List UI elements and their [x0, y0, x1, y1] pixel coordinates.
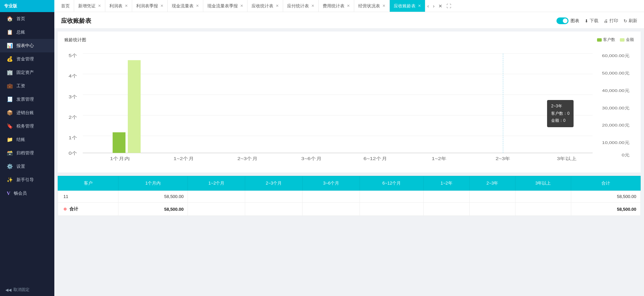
svg-text:40,000.00元: 40,000.00元 — [602, 88, 630, 93]
tab-close-new-voucher[interactable]: ✕ — [98, 4, 101, 8]
chart-toggle-wrap: 图表 — [556, 17, 579, 24]
footer-y12 — [424, 203, 470, 216]
svg-text:6~12个月: 6~12个月 — [364, 156, 387, 161]
col-m1: 1个月内 — [118, 176, 188, 191]
table-header-row: 客户 1个月内 1~2个月 2~3个月 3~6个月 6~12个月 1~2年 2~… — [58, 176, 641, 191]
svg-text:50,000.00元: 50,000.00元 — [602, 71, 630, 75]
tab-expense-stat[interactable]: 费用统计表 ✕ — [319, 0, 354, 12]
print-button[interactable]: 🖨 打印 — [604, 18, 618, 24]
sidebar-item-guide[interactable]: ✨ 新手引导 — [0, 173, 54, 187]
reports-icon: 📊 — [7, 43, 13, 49]
sidebar-item-assets[interactable]: 🏢 固定资产 — [0, 66, 54, 79]
sidebar-item-ledger[interactable]: 📋 总账 — [0, 26, 54, 39]
sidebar-item-salary[interactable]: 💼 工资 — [0, 79, 54, 93]
svg-text:1个: 1个 — [68, 136, 77, 140]
sidebar-item-close[interactable]: 📁 结账 — [0, 133, 54, 146]
svg-text:0元: 0元 — [622, 153, 629, 157]
close-book-icon: 📁 — [7, 137, 13, 143]
tab-payable-stat[interactable]: 应付统计表 ✕ — [283, 0, 319, 12]
download-icon: ⬇ — [585, 18, 588, 23]
tab-close-cashflow[interactable]: ✕ — [196, 4, 199, 8]
svg-text:0个: 0个 — [68, 151, 77, 156]
tab-close-profit[interactable]: ✕ — [125, 4, 128, 8]
tab-close-receivable-stat[interactable]: ✕ — [276, 4, 279, 8]
col-m36: 3~6个月 — [303, 176, 360, 191]
sidebar-logo: 专业版 — [0, 0, 54, 12]
legend-customers-color — [597, 38, 602, 42]
col-m12: 1~2个月 — [188, 176, 245, 191]
download-button[interactable]: ⬇ 下载 — [585, 18, 598, 24]
page-header: 应收账龄表 图表 ⬇ 下载 🖨 打印 ↻ 刷新 — [54, 12, 644, 28]
cell-y12 — [424, 191, 470, 203]
svg-text:2~3个月: 2~3个月 — [237, 156, 258, 161]
sidebar-item-tax[interactable]: 🔖 税务管理 — [0, 119, 54, 133]
inventory-icon: 📦 — [7, 110, 13, 116]
svg-text:20,000.00元: 20,000.00元 — [602, 123, 630, 128]
tab-next-button[interactable]: › — [431, 2, 437, 10]
refresh-button[interactable]: ↻ 刷新 — [624, 18, 637, 24]
archive-icon: 🗃️ — [7, 150, 13, 156]
svg-text:1个月内: 1个月内 — [110, 156, 130, 161]
svg-text:3~6个月: 3~6个月 — [301, 156, 322, 161]
col-m612: 6~12个月 — [360, 176, 424, 191]
sidebar-unpin-button[interactable]: ◀◀ 取消固定 — [0, 284, 54, 296]
funds-icon: 💰 — [7, 56, 13, 62]
table-row: 11 58,500.00 58,500.00 — [58, 191, 641, 203]
chart-title: 账龄统计图 — [64, 37, 634, 43]
footer-total: 58,500.00 — [571, 203, 640, 216]
tab-close-profit-quarterly[interactable]: ✕ — [160, 4, 163, 8]
sidebar-item-settings[interactable]: ⚙️ 设置 — [0, 160, 54, 173]
chart-svg: 5个 4个 3个 2个 1个 0个 60,000.00元 50,000.00元 … — [64, 46, 634, 167]
svg-text:5个: 5个 — [68, 53, 77, 58]
tab-close-cashflow-quarterly[interactable]: ✕ — [240, 4, 243, 8]
svg-text:10,000.00元: 10,000.00元 — [602, 141, 630, 145]
tab-close-ar-aging[interactable]: ✕ — [418, 4, 421, 8]
sidebar-item-vip[interactable]: V 畅会员 — [0, 187, 54, 200]
tab-close-all-button[interactable]: ✕ — [436, 2, 444, 10]
tab-new-voucher[interactable]: 新增凭证 ✕ — [74, 0, 105, 12]
chart-legend: 客户数 金额 — [597, 37, 634, 43]
sidebar: 专业版 🏠 首页 📋 总账 📊 报表中心 💰 资金管理 🏢 固定资产 💼 工资 … — [0, 0, 54, 296]
tab-receivable-stat[interactable]: 应收统计表 ✕ — [248, 0, 283, 12]
pin-icon: ◀◀ — [5, 288, 11, 292]
refresh-icon: ↻ — [624, 18, 627, 23]
tab-home[interactable]: 首页 — [57, 0, 74, 12]
cell-m1: 58,500.00 — [118, 191, 188, 203]
col-y12: 1~2年 — [424, 176, 470, 191]
chart-area: 账龄统计图 客户数 金额 5个 4个 3个 2个 1个 — [58, 32, 641, 172]
cell-m612 — [360, 191, 424, 203]
footer-m36 — [303, 203, 360, 216]
tab-close-business-stat[interactable]: ✕ — [382, 4, 385, 8]
chart-toggle[interactable] — [556, 17, 569, 24]
footer-y3plus — [515, 203, 571, 216]
cell-total: 58,500.00 — [571, 191, 640, 203]
assets-icon: 🏢 — [7, 69, 13, 76]
col-m23: 2~3个月 — [245, 176, 303, 191]
footer-label: ⊕ 合计 — [58, 203, 118, 216]
sidebar-item-reports[interactable]: 📊 报表中心 — [0, 39, 54, 52]
sidebar-item-invoice[interactable]: 🧾 发票管理 — [0, 93, 54, 106]
tab-close-expense-stat[interactable]: ✕ — [347, 4, 350, 8]
sidebar-item-inventory[interactable]: 📦 进销台账 — [0, 106, 54, 119]
sidebar-item-home[interactable]: 🏠 首页 — [0, 12, 54, 26]
tab-maximize-button[interactable]: ⛶ — [444, 2, 453, 10]
tab-ar-aging[interactable]: 应收账龄表 ✕ — [390, 0, 425, 12]
sidebar-item-funds[interactable]: 💰 资金管理 — [0, 52, 54, 66]
sidebar-item-archive[interactable]: 🗃️ 归档管理 — [0, 146, 54, 160]
cell-m36 — [303, 191, 360, 203]
cell-y23 — [469, 191, 515, 203]
chart-toggle-label: 图表 — [571, 18, 579, 24]
tab-prev-button[interactable]: ‹ — [425, 2, 431, 10]
vip-icon: V — [7, 191, 10, 196]
tab-business-stat[interactable]: 经营状况表 ✕ — [354, 0, 390, 12]
tab-cashflow-quarterly[interactable]: 现金流量表季报 ✕ — [203, 0, 248, 12]
tab-profit-quarterly[interactable]: 利润表季报 ✕ — [132, 0, 168, 12]
tab-cashflow[interactable]: 现金流量表 ✕ — [168, 0, 203, 12]
svg-text:2个: 2个 — [68, 115, 77, 120]
tab-profit[interactable]: 利润表 ✕ — [105, 0, 132, 12]
invoice-icon: 🧾 — [7, 96, 13, 102]
tab-close-payable-stat[interactable]: ✕ — [311, 4, 314, 8]
col-y23: 2~3年 — [469, 176, 515, 191]
settings-icon: ⚙️ — [7, 163, 13, 169]
svg-text:1~2个月: 1~2个月 — [173, 156, 194, 161]
